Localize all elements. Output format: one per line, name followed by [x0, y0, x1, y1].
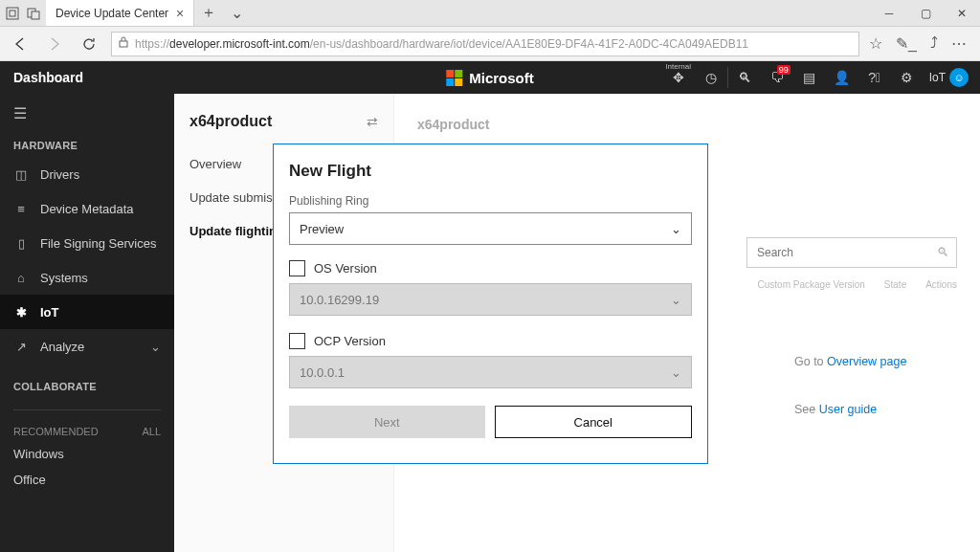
timer-icon[interactable]: ◷ — [695, 61, 727, 94]
help-see-text: See — [794, 403, 819, 416]
url-host: developer.microsoft-int.com — [169, 37, 310, 51]
svg-rect-4 — [120, 41, 127, 47]
file-signing-icon: ▯ — [13, 236, 29, 251]
sidebar-divider — [13, 409, 161, 410]
cancel-button[interactable]: Cancel — [495, 406, 693, 438]
settings-menu-icon[interactable]: ⋯ — [951, 34, 967, 53]
os-version-label: OS Version — [314, 261, 377, 276]
sidebar-item-label: IoT — [40, 305, 59, 320]
settings-gear-icon[interactable]: ⚙ — [891, 61, 924, 94]
ocp-version-select[interactable]: 10.0.0.1 ⌄ — [289, 356, 692, 388]
os-version-value: 10.0.16299.19 — [300, 293, 379, 307]
help-icon[interactable]: ?⃝ — [858, 61, 891, 94]
internal-label: Internal — [665, 62, 691, 71]
recommended-label: RECOMMENDED — [13, 426, 99, 437]
ocp-version-checkbox[interactable] — [289, 333, 305, 349]
next-button[interactable]: Next — [289, 406, 485, 438]
sidebar-item-systems[interactable]: ⌂ Systems — [0, 260, 174, 295]
iot-icon: ✱ — [13, 305, 29, 320]
svg-rect-1 — [10, 11, 15, 16]
overview-link[interactable]: Overview page — [827, 355, 906, 368]
account-text: IoT — [929, 71, 946, 84]
search-header-icon[interactable]: 🔍︎ — [728, 61, 761, 94]
search-icon[interactable]: 🔍︎ — [937, 245, 949, 259]
help-sidebar: Go to Overview page See User guide — [794, 352, 957, 419]
sidebar: ☰ HARDWARE ◫ Drivers ≡ Device Metadata ▯… — [0, 94, 174, 552]
sidebar-item-device-metadata[interactable]: ≡ Device Metadata — [0, 191, 174, 226]
dashboard-label[interactable]: Dashboard — [13, 70, 83, 85]
account-label-button[interactable]: IoT ☺ — [924, 61, 974, 94]
browser-nav-bar: https://developer.microsoft-int.com/en-u… — [0, 27, 980, 61]
app-launcher-icon[interactable]: ▤ — [793, 61, 826, 94]
sys-icon-1[interactable] — [6, 7, 19, 20]
all-label[interactable]: ALL — [142, 426, 161, 437]
os-version-checkbox[interactable] — [289, 260, 305, 276]
drivers-icon: ◫ — [13, 167, 29, 182]
user-guide-link[interactable]: User guide — [819, 403, 877, 416]
chevron-down-icon: ⌄ — [671, 293, 681, 307]
hamburger-button[interactable]: ☰ — [0, 94, 174, 132]
new-tab-button[interactable]: ＋ — [194, 0, 223, 26]
search-box: 🔍︎ — [746, 237, 957, 268]
url-scheme: https:// — [135, 37, 169, 51]
search-input[interactable] — [746, 237, 957, 268]
subnav-title: x64product — [189, 113, 272, 130]
publishing-ring-label: Publishing Ring — [289, 194, 692, 208]
metadata-icon: ≡ — [13, 202, 29, 216]
close-window-button[interactable]: ✕ — [944, 0, 980, 26]
tab-menu-chevron[interactable]: ⌄ — [223, 0, 250, 26]
sidebar-item-analyze[interactable]: ↗ Analyze ⌄ — [0, 329, 174, 364]
profile-icon[interactable]: 👤 — [826, 61, 858, 94]
sidebar-item-label: Drivers — [40, 167, 79, 182]
publishing-ring-select[interactable]: Preview ⌄ — [289, 212, 692, 245]
browser-tab[interactable]: Device Update Center × — [46, 0, 194, 26]
minimize-button[interactable]: ─ — [871, 0, 907, 26]
svg-rect-3 — [32, 11, 39, 19]
back-button[interactable] — [8, 32, 33, 56]
sidebar-item-label: Analyze — [40, 340, 84, 354]
sidebar-link-office[interactable]: Office — [0, 467, 174, 493]
help-goto-text: Go to — [794, 355, 827, 368]
lock-icon — [118, 36, 129, 51]
new-flight-dialog: New Flight Publishing Ring Preview ⌄ OS … — [273, 144, 708, 464]
share-icon[interactable]: ⤴ — [930, 34, 938, 53]
forward-button[interactable] — [42, 32, 67, 56]
os-version-select[interactable]: 10.0.16299.19 ⌄ — [289, 283, 692, 316]
systems-icon: ⌂ — [13, 271, 29, 285]
sidebar-item-iot[interactable]: ✱ IoT — [0, 295, 174, 329]
refresh-button[interactable] — [77, 32, 101, 56]
notification-icon[interactable]: 🗨99 — [761, 61, 793, 94]
th-actions: Actions — [925, 279, 957, 290]
address-bar[interactable]: https://developer.microsoft-int.com/en-u… — [111, 32, 859, 56]
analyze-icon: ↗ — [13, 340, 29, 354]
favorites-icon[interactable]: ☆ — [869, 34, 882, 53]
notes-icon[interactable]: ✎_ — [896, 34, 917, 53]
ocp-version-value: 10.0.0.1 — [300, 365, 345, 380]
table-headers: Custom Package Version State Actions — [758, 279, 957, 290]
chevron-down-icon: ⌄ — [671, 222, 681, 236]
window-title-bar: Device Update Center × ＋ ⌄ ─ ▢ ✕ — [0, 0, 980, 27]
breadcrumb: x64product — [417, 117, 957, 132]
brand-text: Microsoft — [469, 70, 534, 86]
microsoft-logo-icon — [446, 70, 462, 86]
ocp-version-label: OCP Version — [314, 334, 386, 348]
tab-title: Device Update Center — [56, 7, 168, 20]
sidebar-item-label: File Signing Services — [40, 236, 156, 251]
sidebar-link-windows[interactable]: Windows — [0, 441, 174, 467]
maximize-button[interactable]: ▢ — [907, 0, 944, 26]
account-avatar-icon: ☺ — [949, 68, 969, 87]
svg-rect-0 — [7, 8, 18, 19]
chevron-down-icon: ⌄ — [671, 365, 681, 380]
close-tab-icon[interactable]: × — [176, 6, 184, 21]
sidebar-item-drivers[interactable]: ◫ Drivers — [0, 157, 174, 191]
sys-icon-2[interactable] — [27, 7, 40, 20]
internal-pin-icon[interactable]: Internal✥ — [662, 61, 695, 94]
sidebar-item-label: Device Metadata — [40, 202, 134, 216]
sidebar-item-file-signing[interactable]: ▯ File Signing Services — [0, 226, 174, 260]
sidebar-item-label: Systems — [40, 271, 88, 285]
swap-icon[interactable]: ⇄ — [367, 114, 378, 129]
chevron-down-icon: ⌄ — [150, 340, 161, 354]
microsoft-logo[interactable]: Microsoft — [446, 70, 534, 86]
sidebar-section-collaborate: COLLABORATE — [0, 373, 174, 398]
url-path: /en-us/dashboard/hardware/iot/device/AA1… — [310, 37, 748, 51]
